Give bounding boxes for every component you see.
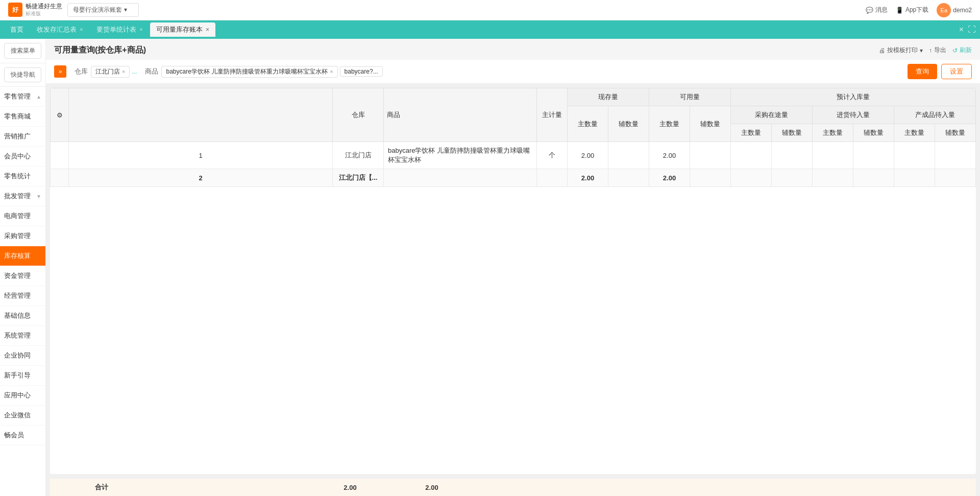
message-btn[interactable]: 💬 消息: [866, 6, 888, 14]
fullscreen-btn[interactable]: ⛶: [968, 25, 976, 34]
sidebar-item-wholesale[interactable]: 批发管理 ▼: [0, 186, 45, 206]
print-icon: 🖨: [879, 47, 885, 54]
logo-icon: 好: [8, 3, 22, 17]
industry-selector[interactable]: 母婴行业演示账套 ▾: [67, 3, 139, 17]
remove-tag-icon[interactable]: ×: [330, 68, 333, 75]
th-index: [69, 88, 333, 142]
sidebar-item-wechat[interactable]: 企业微信: [0, 406, 45, 426]
table-area: ⚙ 仓库 商品 主计量 现存量 可用量 预计入库量 主数量 辅数量 主数量: [50, 88, 976, 474]
sidebar-item-enterprise[interactable]: 企业协同: [0, 346, 45, 366]
sidebar-item-retail-stats[interactable]: 零售统计: [0, 167, 45, 186]
tab-available-stock[interactable]: 可用量库存账本 ×: [150, 22, 215, 37]
expand-filter-btn[interactable]: »: [54, 65, 66, 78]
footer-stock-main: 2.00: [330, 484, 371, 491]
sidebar: 搜索菜单 快捷导航 零售管理 ▲ 零售商城 营销推广 会员中心 零售统计 批发管…: [0, 39, 46, 496]
cell-purchase-main: [731, 169, 772, 187]
nav-right-actions: × ⛶: [959, 25, 976, 34]
tab-close-icon[interactable]: ×: [206, 26, 209, 33]
sidebar-item-member-center[interactable]: 会员中心: [0, 147, 45, 167]
more-filter-btn[interactable]: ...: [132, 68, 137, 75]
sidebar-item-ecommerce[interactable]: 电商管理: [0, 206, 45, 226]
cell-stock-main: 2.00: [568, 142, 608, 169]
cell-unit: [537, 169, 568, 187]
sidebar-item-vip[interactable]: 畅会员: [0, 426, 45, 445]
logo-area: 好 畅捷通好生意 标准版: [8, 3, 62, 17]
quick-nav-area: 快捷导航: [0, 63, 45, 87]
cell-avail-main: 2.00: [649, 142, 690, 169]
sidebar-item-retail-mgmt[interactable]: 零售管理 ▲: [0, 87, 45, 107]
refresh-icon: ↺: [952, 47, 958, 54]
th-product: 商品: [384, 88, 537, 142]
th-purchase-aux: 辅数量: [772, 124, 813, 142]
cell-production-aux: [935, 142, 976, 169]
warehouse-filter-group: 仓库 江北门店 × ...: [75, 66, 137, 78]
th-incoming-aux: 辅数量: [853, 124, 894, 142]
sidebar-item-basic-info[interactable]: 基础信息: [0, 306, 45, 326]
th-purchase-transit: 采购在途量: [731, 106, 813, 124]
product-tags: babycare学饮杯 儿童防摔防撞吸管杯重力球吸嘴杯宝宝水杯 × babyca…: [161, 66, 382, 78]
warehouse-tag: 江北门店 ×: [91, 66, 130, 78]
app-download-btn[interactable]: 📱 App下载: [896, 6, 928, 14]
setting-button[interactable]: 设置: [941, 64, 972, 79]
sidebar-item-system[interactable]: 系统管理: [0, 326, 45, 346]
main-layout: 搜索菜单 快捷导航 零售管理 ▲ 零售商城 营销推广 会员中心 零售统计 批发管…: [0, 39, 980, 496]
sidebar-item-retail-mall[interactable]: 零售商城: [0, 107, 45, 127]
refresh-btn[interactable]: ↺ 刷新: [952, 46, 972, 55]
sidebar-item-new-guide[interactable]: 新手引导: [0, 366, 45, 386]
cell-purchase-main: [731, 142, 772, 169]
remove-tag-icon[interactable]: ×: [122, 68, 125, 75]
close-all-btn[interactable]: ×: [959, 25, 964, 34]
cell-avail-aux: [690, 169, 731, 187]
chevron-down-icon: ▾: [920, 47, 923, 54]
cell-warehouse: 江北门店【...: [333, 169, 384, 187]
th-current-stock: 现存量: [568, 88, 649, 106]
gear-icon[interactable]: ⚙: [57, 111, 63, 119]
sidebar-item-finance[interactable]: 资金管理: [0, 266, 45, 286]
search-menu-btn[interactable]: 搜索菜单: [4, 43, 41, 59]
content-area: 可用量查询(按仓库+商品) 🖨 按模板打印 ▾ ↑ 导出 ↺ 刷新: [46, 39, 980, 496]
tab-close-icon[interactable]: ×: [80, 26, 83, 33]
sidebar-item-inventory[interactable]: 库存核算: [0, 246, 45, 266]
cell-warehouse: 江北门店: [333, 142, 384, 169]
tab-receive-summary[interactable]: 收发存汇总表 ×: [31, 22, 89, 37]
tab-order-stats[interactable]: 要货单统计表 ×: [90, 22, 149, 37]
sidebar-item-marketing[interactable]: 营销推广: [0, 127, 45, 147]
tab-home[interactable]: 首页: [4, 25, 30, 34]
th-incoming-main: 主数量: [813, 124, 853, 142]
export-icon: ↑: [929, 47, 932, 54]
cell-avail-main: 2.00: [649, 169, 690, 187]
table-row[interactable]: 1 江北门店 babycare学饮杯 儿童防摔防撞吸管杯重力球吸嘴杯宝宝水杯 个…: [51, 142, 976, 169]
cell-incoming-aux: [853, 169, 894, 187]
app-icon: 📱: [896, 7, 903, 14]
cell-gear: [51, 142, 69, 169]
data-table: ⚙ 仓库 商品 主计量 现存量 可用量 预计入库量 主数量 辅数量 主数量: [50, 88, 976, 187]
query-button[interactable]: 查询: [908, 64, 937, 79]
export-btn[interactable]: ↑ 导出: [929, 46, 946, 55]
sidebar-item-purchase[interactable]: 采购管理: [0, 226, 45, 246]
sidebar-item-app-center[interactable]: 应用中心: [0, 386, 45, 406]
quick-nav-btn[interactable]: 快捷导航: [4, 67, 41, 82]
message-icon: 💬: [866, 7, 873, 14]
th-stock-aux: 辅数量: [608, 106, 649, 142]
cell-production-aux: [935, 169, 976, 187]
th-production-pending: 产成品待入量: [894, 106, 976, 124]
print-btn[interactable]: 🖨 按模板打印 ▾: [879, 46, 923, 55]
cell-index: 1: [69, 142, 333, 169]
cell-gear: [51, 169, 69, 187]
top-bar-left: 好 畅捷通好生意 标准版 母婴行业演示账套 ▾: [8, 3, 139, 17]
table-row[interactable]: 2 江北门店【... 2.00 2.00: [51, 169, 976, 187]
th-production-aux: 辅数量: [935, 124, 976, 142]
filter-actions: 查询 设置: [908, 64, 972, 79]
cell-index: 2: [69, 169, 333, 187]
footer-avail-main: 2.00: [411, 484, 452, 491]
cell-avail-aux: [690, 142, 731, 169]
page-title: 可用量查询(按仓库+商品): [54, 45, 146, 56]
footer-label: 合计: [95, 483, 146, 492]
th-planned-inbound: 预计入库量: [731, 88, 976, 106]
sidebar-item-operations[interactable]: 经营管理: [0, 286, 45, 306]
chevron-icon: ▼: [36, 194, 41, 199]
user-menu[interactable]: Ea demo2: [937, 3, 972, 17]
tab-close-icon[interactable]: ×: [139, 26, 143, 33]
cell-purchase-aux: [772, 169, 813, 187]
cell-product: babycare学饮杯 儿童防摔防撞吸管杯重力球吸嘴杯宝宝水杯: [384, 142, 537, 169]
